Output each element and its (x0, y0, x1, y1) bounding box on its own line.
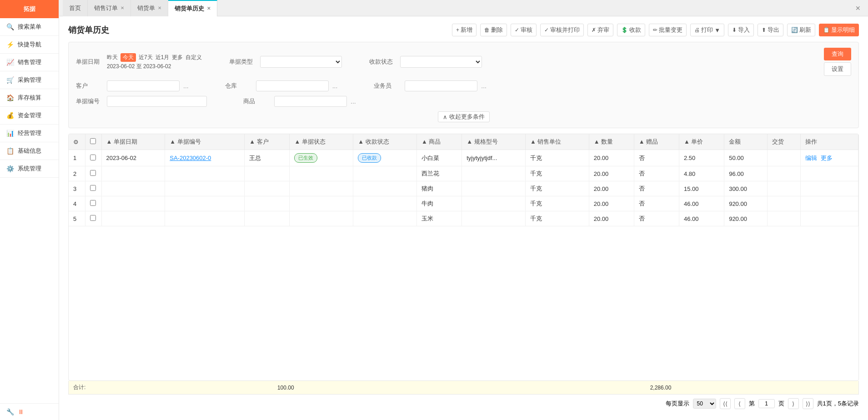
customer-input[interactable] (107, 80, 180, 91)
col-customer[interactable]: ▲ 客户 (245, 134, 290, 150)
tab-sales-history-close[interactable]: ✕ (207, 6, 211, 11)
sidebar-item-search-menu[interactable]: 🔍 搜索菜单 (0, 18, 59, 36)
tab-sales-history[interactable]: 销货单历史 ✕ (168, 0, 217, 16)
tab-bar: 首页 销售订单 ✕ 销货单 ✕ 销货单历史 ✕ ✕ (59, 0, 868, 16)
tab-sales-goods[interactable]: 销货单 ✕ (131, 0, 168, 16)
row-checkbox[interactable] (90, 215, 96, 221)
new-button[interactable]: + 新增 (452, 24, 477, 36)
tab-sales-goods-close[interactable]: ✕ (158, 5, 161, 10)
doc-no-link[interactable]: SA-20230602-0 (170, 155, 211, 161)
col-doc-no[interactable]: ▲ 单据编号 (165, 134, 245, 150)
col-unit[interactable]: ▲ 销售单位 (525, 134, 589, 150)
col-collect-status[interactable]: ▲ 收款状态 (353, 134, 417, 150)
col-goods-label: ▲ 商品 (421, 138, 441, 145)
page-input[interactable] (758, 399, 775, 408)
col-doc-date[interactable]: ▲ 单据日期 (101, 134, 165, 150)
row-more-btn[interactable]: 更多 (821, 155, 833, 161)
collect-button[interactable]: 💲 收款 (617, 24, 645, 36)
cell-customer (245, 181, 290, 196)
shortcut-custom[interactable]: 自定义 (186, 54, 202, 61)
collapse-label: 收起更多条件 (449, 113, 485, 121)
show-details-icon: 📋 (823, 27, 830, 33)
window-close-button[interactable]: ✕ (852, 5, 864, 12)
col-settings[interactable]: ⚙ (69, 134, 85, 150)
salesperson-input[interactable] (405, 80, 477, 91)
row-checkbox[interactable] (90, 170, 96, 176)
sidebar-item-sys-mgmt[interactable]: ⚙️ 系统管理 (0, 160, 59, 178)
summary-total-amount: 2,286.00 (650, 385, 672, 391)
show-details-button[interactable]: 📋 显示明细 (819, 24, 859, 36)
customer-dots[interactable]: ... (183, 82, 189, 90)
sidebar-item-purchase-mgmt[interactable]: 🛒 采购管理 (0, 71, 59, 89)
shortcut-today[interactable]: 今天 (120, 53, 136, 62)
shortcut-more[interactable]: 更多 (172, 54, 183, 61)
next-page-button[interactable]: ⟩ (788, 398, 799, 409)
sidebar-item-stock-calc[interactable]: 🏠 库存核算 (0, 89, 59, 107)
col-qty[interactable]: ▲ 数量 (589, 134, 634, 150)
sidebar-item-basic-info[interactable]: 📋 基础信息 (0, 142, 59, 160)
sidebar-item-label: 资金管理 (18, 111, 41, 120)
goods-input[interactable] (274, 96, 347, 107)
toolbar: + 新增 🗑 删除 ✓ 审核 ✓ 审核并打印 ✗ 弃审 (452, 24, 859, 36)
audit-button[interactable]: ✓ 审核 (511, 24, 537, 36)
shortcut-1month[interactable]: 近1月 (156, 54, 170, 61)
query-button[interactable]: 查询 (824, 48, 851, 60)
last-page-button[interactable]: ⟩⟩ (803, 398, 813, 409)
collapse-button[interactable]: ∧ 收起更多条件 (438, 111, 490, 122)
first-page-button[interactable]: ⟨⟨ (720, 398, 731, 409)
main-table: ⚙ ▲ 单据日期 ▲ 单据编号 ▲ 客户 (69, 134, 858, 226)
col-transaction: 交货 (768, 134, 801, 150)
sidebar-item-sales-mgmt[interactable]: 📈 销售管理 (0, 54, 59, 71)
col-gift[interactable]: ▲ 赠品 (634, 134, 679, 150)
collect-status-select[interactable] (400, 56, 482, 68)
goods-dots[interactable]: ... (351, 98, 356, 105)
row-edit-btn[interactable]: 编辑 (805, 155, 817, 161)
col-checkbox (85, 134, 101, 150)
tab-sales-order[interactable]: 销售订单 ✕ (88, 0, 131, 16)
import-button[interactable]: ⬇ 导入 (728, 24, 754, 36)
prev-page-button[interactable]: ⟨ (734, 398, 745, 409)
sidebar-item-ops-mgmt[interactable]: 📊 经营管理 (0, 125, 59, 142)
doc-type-select[interactable] (260, 56, 342, 68)
col-amount: 金额 (724, 134, 768, 150)
page-size-select[interactable]: 50 100 200 (693, 399, 716, 409)
col-price[interactable]: ▲ 单价 (679, 134, 724, 150)
row-checkbox[interactable] (90, 200, 96, 206)
cell-qty: 20.00 (589, 166, 634, 181)
sidebar-item-quick-nav[interactable]: ⚡ 快捷导航 (0, 36, 59, 54)
tab-sales-order-close[interactable]: ✕ (120, 5, 124, 10)
warehouse-dots[interactable]: ... (332, 82, 338, 90)
customer-label: 客户 (76, 82, 103, 90)
audit-print-button[interactable]: ✓ 审核并打印 (540, 24, 584, 36)
warehouse-input[interactable] (256, 80, 329, 91)
batch-change-icon: ✏ (653, 27, 657, 33)
shortcut-7days[interactable]: 近7天 (139, 54, 153, 61)
docno-input[interactable] (107, 96, 207, 107)
delete-button[interactable]: 🗑 删除 (480, 24, 507, 36)
sidebar-footer-icon2[interactable]: ⏸ (18, 408, 24, 415)
summary-label: 合计: (73, 384, 85, 391)
sidebar-title: 拓据 (24, 5, 35, 13)
row-checkbox[interactable] (90, 155, 96, 160)
col-spec[interactable]: ▲ 规格型号 (462, 134, 526, 150)
salesperson-dots[interactable]: ... (481, 82, 487, 90)
col-goods[interactable]: ▲ 商品 (417, 134, 462, 150)
print-button[interactable]: 🖨 打印 ▼ (690, 24, 724, 36)
cell-unit: 千克 (525, 196, 589, 211)
batch-change-button[interactable]: ✏ 批量变更 (649, 24, 687, 36)
cell-amount: 96.00 (724, 166, 768, 181)
col-gift-label: ▲ 赠品 (639, 138, 658, 145)
tab-home[interactable]: 首页 (63, 0, 88, 16)
col-doc-status[interactable]: ▲ 单据状态 (290, 134, 353, 150)
row-checkbox[interactable] (90, 185, 96, 191)
sidebar-item-finance-mgmt[interactable]: 💰 资金管理 (0, 107, 59, 125)
refresh-button[interactable]: 🔄 刷新 (787, 24, 815, 36)
export-button[interactable]: ⬆ 导出 (758, 24, 783, 36)
filter-settings-button[interactable]: 设置 (824, 62, 851, 76)
col-unit-label: ▲ 销售单位 (530, 138, 561, 145)
shortcut-yesterday[interactable]: 昨天 (107, 54, 118, 61)
abandon-button[interactable]: ✗ 弃审 (587, 24, 613, 36)
sidebar-footer-icon1[interactable]: 🔧 (6, 408, 14, 415)
select-all-checkbox[interactable] (90, 138, 96, 144)
cell-customer (245, 196, 290, 211)
